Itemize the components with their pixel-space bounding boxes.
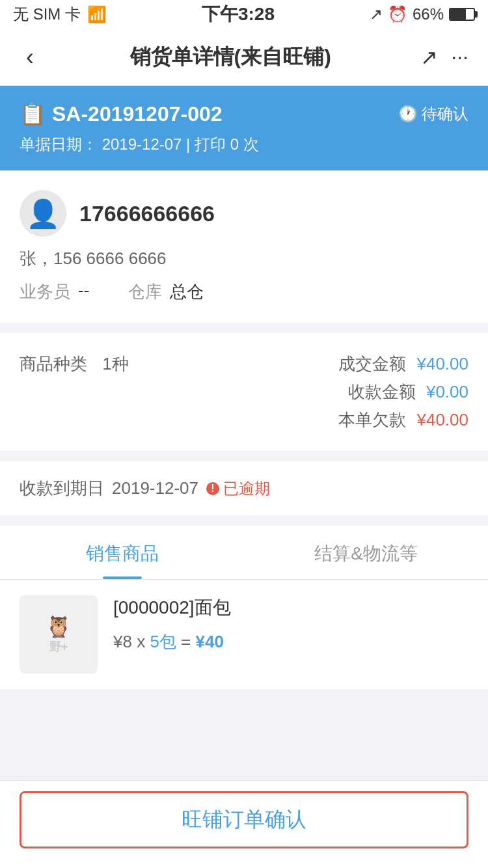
overdue-dot-icon: ! [206,482,219,495]
customer-meta: 业务员 -- 仓库 总仓 [20,280,468,303]
product-quantity: 5包 [150,632,176,651]
avatar-icon: 👤 [26,198,60,230]
carrier-text: 无 SIM 卡 [13,4,81,25]
product-image: 🦉 野+ [20,595,98,673]
tabs-section: 销售商品 结算&物流等 🦉 野+ [0000002]面包 ¥8 x 5包 = ¥… [0,526,488,689]
nav-actions: ↗ ··· [420,45,468,70]
customer-phone: 17666666666 [79,201,215,226]
nav-bar: ‹ 销货单详情(来自旺铺) ↗ ··· [0,29,488,86]
status-bar: 无 SIM 卡 📶 下午3:28 ↗ ⏰ 66% [0,0,488,29]
confirm-button[interactable]: 旺铺订单确认 [20,791,468,848]
bottom-bar: 旺铺订单确认 [0,780,488,868]
product-unit-price: ¥8 [113,632,132,651]
warehouse-item: 仓库 总仓 [128,280,204,303]
owe-row: 本单欠款 ¥40.00 [338,409,468,431]
alarm-icon: ⏰ [388,5,407,23]
tabs-row: 销售商品 结算&物流等 [0,526,488,580]
avatar: 👤 [20,190,66,237]
order-date-info: 单据日期： 2019-12-07 | 打印 0 次 [20,134,468,155]
order-header: 📋 SA-20191207-002 🕐 待确认 单据日期： 2019-12-07… [0,86,488,170]
status-time: 下午3:28 [202,2,275,27]
product-equals: = [181,632,195,651]
deal-amount-row: 成交金额 ¥40.00 [338,353,468,375]
product-total: ¥40 [196,632,224,651]
product-item: 🦉 野+ [0000002]面包 ¥8 x 5包 = ¥40 [0,580,488,689]
collected-row: 收款金额 ¥0.00 [348,381,468,403]
owe-label: 本单欠款 [338,409,406,431]
location-icon: ↗ [370,5,383,23]
due-label: 收款到期日 [20,477,104,500]
battery-percent: 66% [413,5,444,23]
product-type-label: 商品种类 [20,354,87,373]
product-multiply: x [137,632,150,651]
tab-settlement[interactable]: 结算&物流等 [244,526,488,579]
warehouse-label: 仓库 [128,280,162,303]
wifi-icon: 📶 [87,5,107,23]
product-type-item: 商品种类 1种 [20,353,129,375]
product-logo-icon: 🦉 [46,614,72,639]
back-button[interactable]: ‹ [20,37,40,77]
owe-value: ¥40.00 [416,410,468,430]
product-info: [0000002]面包 ¥8 x 5包 = ¥40 [113,595,468,653]
collected-value: ¥0.00 [426,382,468,402]
due-date: 2019-12-07 [112,478,198,498]
status-left: 无 SIM 卡 📶 [13,4,107,25]
more-icon[interactable]: ··· [451,45,468,69]
product-price: ¥8 x 5包 = ¥40 [113,631,468,653]
overdue-text: 已逾期 [223,478,270,499]
order-prefix-icon: 📋 [20,102,46,126]
salesperson-value: -- [78,280,89,303]
tab-sales-products[interactable]: 销售商品 [0,526,244,579]
battery-icon [449,8,475,21]
warehouse-value: 总仓 [170,280,204,303]
product-type-value: 1种 [102,354,128,373]
overdue-badge: ! 已逾期 [206,478,270,499]
page-title: 销货单详情(来自旺铺) [130,43,331,72]
product-name: [0000002]面包 [113,595,468,620]
salesperson-label: 业务员 [20,280,70,303]
deal-amount-value: ¥40.00 [416,354,468,374]
status-right: ↗ ⏰ 66% [370,5,475,23]
salesperson-item: 业务员 -- [20,280,89,303]
share-icon[interactable]: ↗ [420,45,438,70]
product-logo-text: 野+ [49,639,68,655]
summary-section: 商品种类 1种 成交金额 ¥40.00 收款金额 ¥0.00 本单欠款 ¥40.… [0,333,488,451]
collected-label: 收款金额 [348,381,416,403]
deal-amount-label: 成交金额 [338,353,406,375]
customer-name-phone: 张，156 6666 6666 [20,247,468,270]
customer-section: 👤 17666666666 张，156 6666 6666 业务员 -- 仓库 … [0,170,488,323]
order-number: 📋 SA-20191207-002 [20,102,223,126]
status-clock-icon: 🕐 [398,105,418,123]
order-status: 🕐 待确认 [398,103,468,124]
due-section: 收款到期日 2019-12-07 ! 已逾期 [0,461,488,515]
